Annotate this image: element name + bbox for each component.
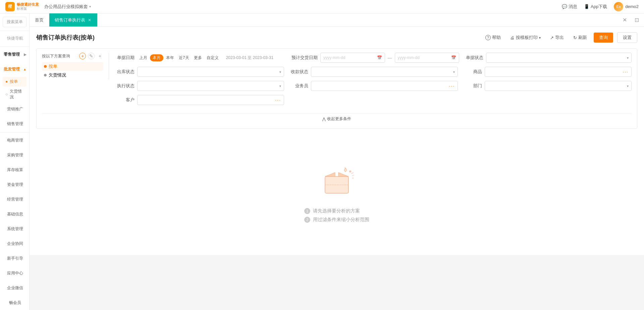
customer-field: 客户 ··· [114,95,284,105]
sidebar-item-quick-nav: 快捷导航 [0,31,29,46]
chevron-down-icon: ▾ [89,5,91,8]
search-menu-button[interactable]: 搜索菜单 [3,17,26,27]
tip-number-2: 2 [304,217,310,223]
expected-date-range: yyyy-mm-dd 📅 — yyyy-mm-dd 📅 [320,53,459,63]
chevron-right-icon: ▶ [24,53,26,56]
sidebar-item-sales[interactable]: 销售管理 [0,117,29,132]
date-tab-more[interactable]: 更多 [192,54,204,61]
document-status-field: 单据状态 ▾ [463,53,632,63]
sidebar-item-operations[interactable]: 经营管理 [0,192,29,207]
department-label: 部门 [462,83,482,89]
scheme-item-debts[interactable]: 欠货情况 [42,71,103,80]
date-tab-last-month[interactable]: 上月 [137,54,149,61]
sidebar-item-orders[interactable]: ● 按单 [3,77,26,87]
page-title: 销售订单执行表(按单) [36,34,95,42]
sidebar-item-appstore[interactable]: 应用中心 [0,266,29,280]
date-range-text: 2023-03-01 至 2023-03-31 [226,55,273,61]
help-icon: ? [485,35,491,40]
document-status-select[interactable]: ▾ [486,53,632,63]
customer-label: 客户 [114,97,135,103]
date-field: 单据日期 上月 本月 本年 近7天 更多 自定义 [114,54,287,61]
refresh-button[interactable]: ↻ 刷新 [571,33,590,42]
svg-point-3 [352,177,354,179]
filter-rows: 单据日期 上月 本月 本年 近7天 更多 自定义 [114,53,632,109]
filter-top: 按以下方案查询 + ✎ « [42,53,632,109]
department-field: 部门 ▾ [462,81,632,91]
export-button[interactable]: ↗ 导出 [547,33,567,42]
sidebar-item-wholesale[interactable]: 批发管理 ▲ [0,62,29,77]
sidebar-item-marketing[interactable]: 营销推广 [0,102,29,117]
expected-date-end[interactable]: yyyy-mm-dd 📅 [395,53,460,63]
collapse-more-button[interactable]: ⋀ 收起更多条件 [318,115,355,123]
payment-status-field: 收款状态 ▾ [288,67,458,77]
exec-status-select[interactable]: ▾ [137,81,284,91]
sidebar-item-purchase[interactable]: 采购管理 [0,148,29,162]
avatar: Ea [614,2,623,11]
user-area[interactable]: Ea demo2 [614,2,639,11]
query-button[interactable]: 查询 [594,33,613,43]
refresh-icon: ↻ [573,35,577,40]
chevron-down-icon: ▲ [23,67,26,71]
help-button[interactable]: ? 帮助 [483,33,503,42]
settings-button[interactable]: 设置 [617,32,637,43]
sidebar-item-finance[interactable]: 资金管理 [0,177,29,192]
sidebar-item-wechat[interactable]: 企业微信 [0,280,29,295]
payment-status-select[interactable]: ▾ [311,67,458,77]
salesperson-label: 业务员 [288,83,308,89]
page-header: 销售订单执行表(按单) ? 帮助 🖨 按模板打印 ▾ ↗ [36,32,637,43]
add-scheme-button[interactable]: + [79,53,86,59]
svg-point-2 [349,170,351,172]
filter-schemes-header: 按以下方案查询 + ✎ « [42,53,103,59]
filter-schemes: 按以下方案查询 + ✎ « [42,53,109,80]
date-tab-this-month[interactable]: 本月 [150,54,163,61]
filter-row-date: 单据日期 上月 本月 本年 近7天 更多 自定义 [114,53,632,63]
date-tab-last7days[interactable]: 近7天 [177,54,191,61]
chevron-up-icon: ⋀ [322,117,326,121]
edit-scheme-button[interactable]: ✎ [88,53,95,59]
sidebar-item-system[interactable]: 系统管理 [0,221,29,236]
salesperson-field: 业务员 ··· [288,81,458,91]
department-select[interactable]: ▾ [485,81,632,91]
sidebar-item-member[interactable]: 畅会员 [0,295,29,310]
content-area: 首页 销售订单执行表 ✕ ✕ ⊡ 销售订单执行表(按单) ? [30,13,644,310]
print-icon: 🖨 [510,35,515,40]
date-tab-custom[interactable]: 自定义 [205,54,221,61]
company-selector[interactable]: 办公用品行业模拟账套 ▾ [42,2,94,11]
tab-sales-table[interactable]: 销售订单执行表 ✕ [49,13,98,27]
sidebar-item-retail[interactable]: 零售管理 ▶ [0,47,29,62]
salesperson-input[interactable]: ··· [311,81,458,91]
sidebar-item-inventory[interactable]: 库存核算 [0,162,29,177]
expected-date-start[interactable]: yyyy-mm-dd 📅 [320,53,385,63]
top-header: 橙 畅捷通好生意 标准版 办公用品行业模拟账套 ▾ 💬 消息 📱 App下载 E… [0,0,644,13]
scheme-item-orders[interactable]: 按单 [42,62,103,71]
sidebar-item-guide[interactable]: 新手引导 [0,251,29,266]
message-action[interactable]: 💬 消息 [562,4,577,10]
print-button[interactable]: 🖨 按模板打印 ▾ [507,33,543,42]
close-window-icon[interactable]: ✕ [620,15,629,25]
filter-row-1: 出库状态 ▾ 收款状态 ▾ [114,67,632,77]
out-status-select[interactable]: ▾ [137,67,284,77]
collapse-scheme-button[interactable]: « [97,53,103,59]
wholesale-sub-menu: ● 按单 ○ 欠货情况 [0,77,29,102]
restore-window-icon[interactable]: ⊡ [632,15,641,25]
header-right: 💬 消息 📱 App下载 Ea demo2 [562,2,639,11]
date-tabs: 上月 本月 本年 近7天 更多 自定义 [137,54,221,61]
tab-close-icon[interactable]: ✕ [87,17,92,23]
goods-label: 商品 [462,69,482,75]
divider2 [0,132,29,133]
sidebar-item-ecommerce[interactable]: 电商管理 [0,133,29,148]
ellipsis-icon: ··· [449,83,455,89]
date-tab-this-year[interactable]: 本年 [164,54,176,61]
sidebar-item-cooperation[interactable]: 企业协同 [0,236,29,251]
page-content: 销售订单执行表(按单) ? 帮助 🖨 按模板打印 ▾ ↗ [30,27,644,310]
dot-icon [44,65,47,68]
exec-status-field: 执行状态 ▾ [114,81,284,91]
goods-input[interactable]: ··· [485,67,632,77]
app-download-action[interactable]: 📱 App下载 [584,4,607,10]
sidebar-search-area: 搜索菜单 [0,13,29,31]
sidebar-item-debts[interactable]: ○ 欠货情况 [3,87,26,102]
customer-input[interactable]: ··· [137,95,284,105]
sidebar-item-basic[interactable]: 基础信息 [0,207,29,221]
page-header-actions: ? 帮助 🖨 按模板打印 ▾ ↗ 导出 ↻ [483,32,637,43]
tab-home[interactable]: 首页 [30,13,49,27]
